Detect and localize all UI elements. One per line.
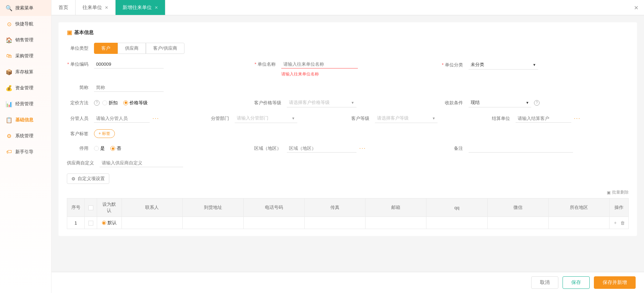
col-region: 所在地区 — [548, 198, 609, 217]
cell-wechat[interactable] — [487, 217, 548, 229]
no-radio — [110, 146, 115, 151]
tab-new-trading-unit[interactable]: 新增往来单位 ✕ — [116, 0, 165, 15]
unit-type-both[interactable]: 客户/供应商 — [146, 43, 184, 54]
window-close-button[interactable]: ✕ — [634, 4, 638, 11]
unit-type-label: 单位类型 — [67, 45, 91, 51]
manager-row: 分管人员 ··· 分管部门 请输入分管部门 ▼ 客户等级 请选择客户等级 ▼ — [67, 114, 629, 123]
unit-code-field: 单位编码 — [67, 60, 254, 68]
cancel-button[interactable]: 取消 — [531, 276, 558, 289]
region-input[interactable] — [287, 144, 356, 153]
sidebar-item-sales-mgmt[interactable]: 🏠 销售管理 — [0, 32, 51, 48]
settlement-unit-label: 结算单位 — [488, 115, 513, 122]
contact-table: 序号 设为默认 联系人 到货地址 电话号码 传真 邮箱 qq 微信 所在地区 操… — [67, 198, 629, 229]
unit-type-row: 单位类型 客户 供应商 客户/供应商 — [67, 43, 629, 54]
cell-qq[interactable] — [426, 217, 487, 229]
sidebar-item-quick-nav[interactable]: ⊙ 快捷导航 — [0, 16, 51, 32]
unit-code-input[interactable] — [94, 60, 164, 68]
payment-terms-select[interactable]: 现结 ▼ — [469, 98, 531, 107]
region-dots[interactable]: ··· — [359, 145, 366, 152]
save-new-button[interactable]: 保存并新增 — [594, 276, 636, 289]
default-radio[interactable] — [102, 221, 106, 225]
tab-trading-units-close[interactable]: ✕ — [105, 5, 108, 10]
basic-info-icon: 📋 — [6, 116, 13, 123]
pricing-method-label: 定价方法 — [67, 100, 91, 106]
pricing-price-level[interactable]: 价格等级 — [123, 100, 148, 106]
finance-icon: 💰 — [6, 84, 13, 91]
add-row-icon[interactable]: ＋ — [613, 220, 618, 226]
cell-email[interactable] — [366, 217, 426, 229]
supplier-custom-input[interactable] — [100, 159, 183, 167]
unit-type-supplier[interactable]: 供应商 — [118, 43, 146, 54]
pricing-method-field: 定价方法 ? 折扣 价格等级 — [67, 100, 254, 106]
table-row: 1 默认 — [67, 217, 629, 229]
col-qq: qq — [426, 198, 487, 217]
customer-price-level-field: 客户价格等级 请选择客户价格等级 ▼ — [254, 98, 441, 107]
form-content: ▣ 基本信息 单位类型 客户 供应商 客户/供应商 单位编码 — [52, 15, 644, 272]
department-label: 分管部门 — [207, 115, 232, 122]
cell-contact[interactable] — [121, 217, 182, 229]
sidebar-item-finance[interactable]: 💰 资金管理 — [0, 80, 51, 96]
quick-nav-icon: ⊙ — [6, 21, 13, 27]
sidebar-item-new-guide[interactable]: 🏷 新手引导 — [0, 144, 51, 160]
col-contact: 联系人 — [121, 198, 182, 217]
sidebar-item-inventory[interactable]: 📦 库存核算 — [0, 64, 51, 80]
contact-table-section: ▣ 批量删除 序号 设为默认 联系人 到货地址 电话号码 传真 — [67, 189, 629, 229]
cell-action: ＋ 🗑 — [609, 217, 628, 229]
unit-name-error: 请输入往来单位名称 — [281, 72, 319, 76]
tab-trading-units[interactable]: 往来单位 ✕ — [76, 0, 116, 15]
disabled-yes[interactable]: 是 — [94, 145, 105, 152]
col-seq: 序号 — [67, 198, 85, 217]
disabled-field: 停用 是 否 — [67, 145, 254, 152]
sidebar-item-basic-info[interactable]: 📋 基础信息 — [0, 112, 51, 128]
payment-terms-help-icon[interactable]: ? — [534, 100, 540, 106]
supplier-custom-label: 供应商自定义 — [67, 160, 97, 166]
department-field: 分管部门 请输入分管部门 ▼ — [207, 114, 348, 123]
cell-fax[interactable] — [305, 217, 366, 229]
manager-field: 分管人员 ··· — [67, 114, 207, 123]
department-select[interactable]: 请输入分管部门 ▼ — [235, 114, 297, 123]
disabled-no[interactable]: 否 — [110, 145, 121, 152]
customer-level-select[interactable]: 请选择客户等级 ▼ — [375, 114, 438, 123]
unit-category-chevron: ▼ — [533, 63, 536, 67]
short-name-input[interactable] — [94, 83, 164, 92]
settlement-unit-input[interactable] — [516, 114, 571, 123]
unit-name-input[interactable] — [281, 60, 358, 68]
remark-input[interactable] — [469, 144, 573, 153]
cell-region[interactable] — [548, 217, 609, 229]
manager-label: 分管人员 — [67, 115, 91, 122]
cell-address[interactable] — [183, 217, 244, 229]
tab-new-trading-unit-close[interactable]: ✕ — [155, 5, 158, 10]
settings-gear-icon: ⚙ — [71, 176, 76, 181]
tab-home[interactable]: 首页 — [52, 0, 76, 15]
col-address: 到货地址 — [183, 198, 244, 217]
pricing-help-icon[interactable]: ? — [94, 100, 100, 106]
sidebar-item-sys-mgmt[interactable]: ⚙ 系统管理 — [0, 128, 51, 144]
customer-price-level-label: 客户价格等级 — [254, 100, 284, 106]
add-tag-button[interactable]: + 标签 — [94, 129, 115, 138]
customer-price-level-select[interactable]: 请选择客户价格等级 ▼ — [287, 98, 356, 107]
inventory-icon: 📦 — [6, 68, 13, 75]
batch-delete-btn[interactable]: ▣ 批量删除 — [607, 189, 629, 195]
sales-icon: 🏠 — [6, 36, 13, 43]
customer-level-field: 客户等级 请选择客户等级 ▼ — [348, 114, 488, 123]
operations-icon: 📊 — [6, 100, 13, 107]
pricing-discount[interactable]: 折扣 — [102, 100, 118, 106]
unit-type-customer[interactable]: 客户 — [94, 43, 118, 54]
row-checkbox[interactable] — [88, 221, 93, 226]
manager-input[interactable] — [94, 114, 150, 123]
sidebar-item-search-menu[interactable]: 🔍 搜索菜单 — [0, 0, 51, 16]
col-email: 邮箱 — [366, 198, 426, 217]
custom-settings-button[interactable]: ⚙ 自定义项设置 — [67, 173, 109, 184]
save-button[interactable]: 保存 — [563, 276, 590, 289]
unit-type-field: 单位类型 客户 供应商 客户/供应商 — [67, 43, 629, 54]
unit-category-select[interactable]: 未分类 ▼ — [469, 60, 538, 70]
manager-dots[interactable]: ··· — [152, 115, 159, 122]
sidebar-item-operations[interactable]: 📊 经营管理 — [0, 96, 51, 112]
settlement-dots[interactable]: ··· — [574, 115, 581, 122]
sidebar-item-purchase-mgmt[interactable]: 🛍 采购管理 — [0, 48, 51, 64]
discount-radio — [102, 100, 107, 105]
header-checkbox[interactable] — [88, 205, 93, 210]
cell-phone[interactable] — [244, 217, 305, 229]
customer-level-chevron: ▼ — [432, 116, 435, 120]
delete-row-icon[interactable]: 🗑 — [620, 220, 625, 226]
